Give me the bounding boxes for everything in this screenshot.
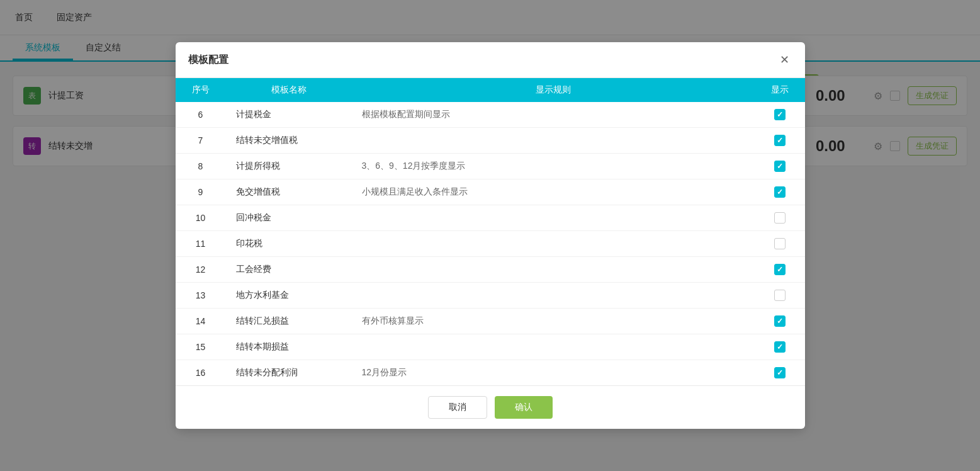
confirm-button[interactable]: 确认 (495, 396, 553, 419)
config-table: 序号 模板名称 显示规则 显示 6计提税金根据模板配置期间显示7结转未交增值税8… (176, 78, 805, 385)
table-row: 16结转未分配利润12月份显示 (176, 360, 805, 386)
display-checkbox[interactable] (774, 315, 786, 327)
display-checkbox[interactable] (774, 186, 786, 198)
cell-checkbox (755, 128, 805, 154)
cell-seq: 11 (176, 231, 226, 257)
cell-seq: 6 (176, 102, 226, 128)
display-checkbox[interactable] (774, 135, 786, 146)
cell-checkbox (755, 283, 805, 309)
cell-seq: 10 (176, 205, 226, 231)
cell-checkbox (755, 309, 805, 334)
table-row: 9免交增值税小规模且满足收入条件显示 (176, 179, 805, 205)
close-icon[interactable]: ✕ (777, 52, 792, 67)
display-checkbox[interactable] (774, 212, 786, 224)
cell-checkbox (755, 205, 805, 231)
cell-rule (352, 205, 755, 231)
cancel-button[interactable]: 取消 (428, 396, 487, 419)
cell-rule: 小规模且满足收入条件显示 (352, 179, 755, 205)
col-header-seq: 序号 (176, 78, 226, 102)
table-row: 11印花税 (176, 231, 805, 257)
cell-checkbox (755, 179, 805, 205)
table-row: 10回冲税金 (176, 205, 805, 231)
cell-name: 计提所得税 (226, 154, 352, 179)
cell-checkbox (755, 154, 805, 179)
cell-name: 结转未交增值税 (226, 128, 352, 154)
template-config-dialog: 模板配置 ✕ 序号 模板名称 显示规则 显示 6计提税金根据模板配置期间显示7结… (176, 42, 805, 429)
cell-name: 工会经费 (226, 257, 352, 283)
cell-rule: 根据模板配置期间显示 (352, 102, 755, 128)
modal-overlay: 模板配置 ✕ 序号 模板名称 显示规则 显示 6计提税金根据模板配置期间显示7结… (0, 0, 980, 471)
table-row: 13地方水利基金 (176, 283, 805, 309)
display-checkbox[interactable] (774, 264, 786, 275)
dialog-footer: 取消 确认 (176, 385, 805, 429)
cell-checkbox (755, 102, 805, 128)
cell-seq: 12 (176, 257, 226, 283)
cell-rule (352, 334, 755, 360)
col-header-display: 显示 (755, 78, 805, 102)
dialog-title: 模板配置 (188, 54, 228, 67)
cell-name: 回冲税金 (226, 205, 352, 231)
cell-rule (352, 283, 755, 309)
cell-rule: 12月份显示 (352, 360, 755, 386)
cell-name: 地方水利基金 (226, 283, 352, 309)
table-row: 6计提税金根据模板配置期间显示 (176, 102, 805, 128)
cell-seq: 9 (176, 179, 226, 205)
dialog-header: 模板配置 ✕ (176, 42, 805, 78)
col-header-name: 模板名称 (226, 78, 352, 102)
cell-checkbox (755, 360, 805, 386)
cell-name: 免交增值税 (226, 179, 352, 205)
display-checkbox[interactable] (774, 161, 786, 172)
table-row: 7结转未交增值税 (176, 128, 805, 154)
cell-rule (352, 257, 755, 283)
display-checkbox[interactable] (774, 367, 786, 378)
cell-name: 结转未分配利润 (226, 360, 352, 386)
display-checkbox[interactable] (774, 290, 786, 301)
cell-checkbox (755, 257, 805, 283)
cell-checkbox (755, 231, 805, 257)
cell-seq: 13 (176, 283, 226, 309)
cell-rule (352, 128, 755, 154)
table-row: 14结转汇兑损益有外币核算显示 (176, 309, 805, 334)
cell-seq: 16 (176, 360, 226, 386)
cell-checkbox (755, 334, 805, 360)
cell-name: 印花税 (226, 231, 352, 257)
display-checkbox[interactable] (774, 341, 786, 353)
cell-seq: 7 (176, 128, 226, 154)
cell-name: 结转汇兑损益 (226, 309, 352, 334)
cell-seq: 8 (176, 154, 226, 179)
cell-name: 结转本期损益 (226, 334, 352, 360)
cell-seq: 15 (176, 334, 226, 360)
table-row: 12工会经费 (176, 257, 805, 283)
table-row: 15结转本期损益 (176, 334, 805, 360)
cell-rule: 有外币核算显示 (352, 309, 755, 334)
display-checkbox[interactable] (774, 109, 786, 120)
display-checkbox[interactable] (774, 238, 786, 249)
cell-name: 计提税金 (226, 102, 352, 128)
cell-rule (352, 231, 755, 257)
col-header-rule: 显示规则 (352, 78, 755, 102)
dialog-body: 序号 模板名称 显示规则 显示 6计提税金根据模板配置期间显示7结转未交增值税8… (176, 78, 805, 385)
cell-seq: 14 (176, 309, 226, 334)
cell-rule: 3、6、9、12月按季度显示 (352, 154, 755, 179)
table-row: 8计提所得税3、6、9、12月按季度显示 (176, 154, 805, 179)
